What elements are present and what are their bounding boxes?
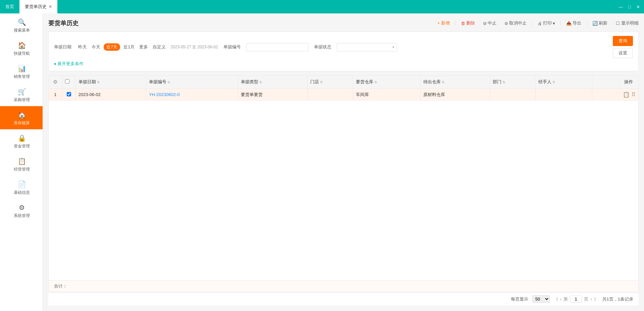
filter-actions: 查询 设置: [613, 36, 633, 58]
col-handler: 经手人 ⇅: [536, 76, 592, 89]
tab-home[interactable]: 首页: [0, 0, 19, 13]
row-checkbox[interactable]: [67, 92, 71, 96]
sidebar-item-quick-nav-label: 快捷导航: [14, 51, 30, 56]
page-size-select[interactable]: 50 20 100: [532, 295, 550, 303]
date-opt-more[interactable]: 更多: [138, 43, 149, 51]
row-action-icons: 📋 ⠿: [595, 91, 636, 98]
col-checkbox: [62, 76, 75, 89]
sort-pending-warehouse[interactable]: 待出仓库 ⇅: [423, 79, 444, 85]
add-button[interactable]: + 新增: [435, 19, 452, 28]
stop-button[interactable]: ⊘ 中止: [480, 19, 499, 28]
sidebar-item-sales[interactable]: 📊 销售管理: [0, 60, 43, 83]
sidebar-item-sys-label: 系统管理: [14, 213, 30, 219]
export-button[interactable]: 📤 导出: [564, 19, 584, 28]
settings-button[interactable]: 设置: [613, 48, 633, 58]
doc-no-label: 单据编号: [223, 44, 241, 50]
checkbox-display-icon: ☐: [616, 21, 620, 26]
sidebar: 🔍 搜索菜单 🏠 快捷导航 📊 销售管理 🛒 采购管理 🏠 库存核算 🔒 资金管…: [0, 13, 43, 311]
col-pending-warehouse: 待出仓库 ⇅: [421, 76, 490, 89]
refresh-button[interactable]: 🔄 刷新: [590, 19, 610, 28]
display-detail-button[interactable]: ☐ 显示明细: [616, 20, 639, 26]
total-info: 共1页，1条记录: [602, 296, 633, 302]
page-header: 要货单历史 + 新增 🗑 删除 ⊘ 中止 ⊘ 取消中止 🖨: [48, 19, 639, 28]
col-settings[interactable]: ⚙: [49, 76, 62, 89]
table-footer: 合计：: [49, 280, 638, 292]
filter-area: 单据日期 昨天 今天 近7天 近1月 更多 自定义 2023-05-27 至 2…: [48, 32, 639, 71]
first-page-button[interactable]: 《: [554, 296, 558, 302]
sidebar-item-finance-label: 资金管理: [14, 143, 30, 149]
sidebar-item-purchase[interactable]: 🛒 采购管理: [0, 83, 43, 106]
data-table: ⚙ 单据日期 ⇅ 单据编号: [49, 76, 638, 101]
doc-no-link[interactable]: YH-20230602-0: [149, 92, 180, 97]
date-opt-today[interactable]: 今天: [90, 43, 102, 51]
date-opt-last7days[interactable]: 近7天: [104, 43, 120, 51]
sidebar-item-inventory[interactable]: 🏠 库存核算: [0, 106, 43, 129]
tab-close-icon[interactable]: ✕: [49, 4, 52, 9]
page-number-input[interactable]: [570, 296, 582, 303]
sidebar-item-finance[interactable]: 🔒 资金管理: [0, 129, 43, 152]
divider-3: [560, 21, 561, 26]
sidebar-item-search-menu-label: 搜索菜单: [14, 28, 30, 33]
sort-store[interactable]: 门店 ⇅: [310, 79, 323, 85]
sort-doc-no[interactable]: 单据编号 ⇅: [149, 79, 170, 85]
date-opt-yesterday[interactable]: 昨天: [77, 43, 88, 51]
delete-icon: 🗑: [461, 21, 465, 26]
close-button[interactable]: ✕: [636, 4, 640, 9]
sort-date-icon: ⇅: [97, 80, 100, 84]
delete-button[interactable]: 🗑 删除: [458, 19, 478, 28]
expand-icon: ▾: [54, 61, 56, 66]
sidebar-item-search-menu[interactable]: 🔍 搜索菜单: [0, 13, 43, 37]
quick-nav-icon: 🏠: [18, 41, 26, 49]
print-button[interactable]: 🖨 打印 ▾: [535, 19, 558, 28]
settings-col-icon[interactable]: ⚙: [53, 79, 57, 85]
sort-handler[interactable]: 经手人 ⇅: [538, 79, 555, 85]
next-page-button[interactable]: ›: [590, 297, 592, 302]
tab-home-label: 首页: [5, 4, 14, 10]
row-index: 1: [49, 89, 62, 101]
sidebar-item-sys[interactable]: ⚙ 系统管理: [0, 199, 43, 222]
prev-page-button[interactable]: ‹: [560, 297, 561, 302]
tab-requisition-label: 要货单历史: [25, 4, 47, 10]
date-filter-options: 昨天 今天 近7天 近1月 更多 自定义 2023-05-27 至 2023-0…: [77, 43, 218, 51]
row-more-icon[interactable]: ⠿: [632, 91, 636, 98]
toolbar: + 新增 🗑 删除 ⊘ 中止 ⊘ 取消中止 🖨 打印: [435, 19, 639, 28]
sidebar-item-ops[interactable]: 📋 经营管理: [0, 152, 43, 176]
doc-no-input[interactable]: [246, 43, 309, 51]
date-opt-custom[interactable]: 自定义: [151, 43, 167, 51]
divider-2: [532, 21, 532, 26]
col-store: 门店 ⇅: [307, 76, 353, 89]
expand-more-button[interactable]: ▾ 展开更多条件: [54, 61, 633, 67]
last-page-button[interactable]: 》: [594, 296, 598, 302]
export-icon: 📤: [566, 21, 572, 26]
sales-icon: 📊: [18, 64, 26, 73]
doc-status-select[interactable]: [337, 43, 397, 51]
sort-department[interactable]: 部门 ⇅: [493, 79, 505, 85]
sort-req-warehouse[interactable]: 要货仓库 ⇅: [356, 79, 377, 85]
inventory-icon: 🏠: [18, 111, 26, 119]
sidebar-item-purchase-label: 采购管理: [14, 97, 30, 103]
date-opt-last1month[interactable]: 近1月: [122, 43, 136, 51]
sidebar-item-quick-nav[interactable]: 🏠 快捷导航: [0, 37, 43, 60]
sort-doc-no-icon: ⇅: [167, 80, 170, 84]
table-wrapper: ⚙ 单据日期 ⇅ 单据编号: [48, 75, 639, 292]
sort-department-icon: ⇅: [502, 80, 505, 84]
row-edit-icon[interactable]: 📋: [623, 91, 630, 98]
query-button[interactable]: 查询: [613, 36, 633, 46]
maximize-button[interactable]: □: [628, 4, 631, 9]
cancel-stop-button[interactable]: ⊘ 取消中止: [502, 19, 529, 28]
minimize-button[interactable]: —: [619, 4, 623, 9]
sidebar-item-basic-info[interactable]: 📄 基础信息: [0, 176, 43, 199]
select-all-checkbox[interactable]: [65, 79, 69, 84]
sort-doc-type[interactable]: 单据类型 ⇅: [241, 79, 262, 85]
tab-requisition-history[interactable]: 要货单历史 ✕: [19, 0, 57, 13]
table-row[interactable]: 1 2023-06-02 YH-20230602-0 要货单要货 车间库 原材料…: [49, 89, 638, 101]
doc-status-label: 单据状态: [314, 44, 331, 50]
content-area: 要货单历史 + 新增 🗑 删除 ⊘ 中止 ⊘ 取消中止 🖨: [43, 13, 644, 311]
sidebar-item-inventory-label: 库存核算: [14, 120, 30, 126]
sort-date[interactable]: 单据日期 ⇅: [78, 79, 100, 85]
main-layout: 🔍 搜索菜单 🏠 快捷导航 📊 销售管理 🛒 采购管理 🏠 库存核算 🔒 资金管…: [0, 13, 644, 311]
stop-icon: ⊘: [483, 21, 487, 26]
search-menu-icon: 🔍: [18, 18, 26, 26]
purchase-icon: 🛒: [18, 88, 26, 96]
col-department: 部门 ⇅: [490, 76, 536, 89]
